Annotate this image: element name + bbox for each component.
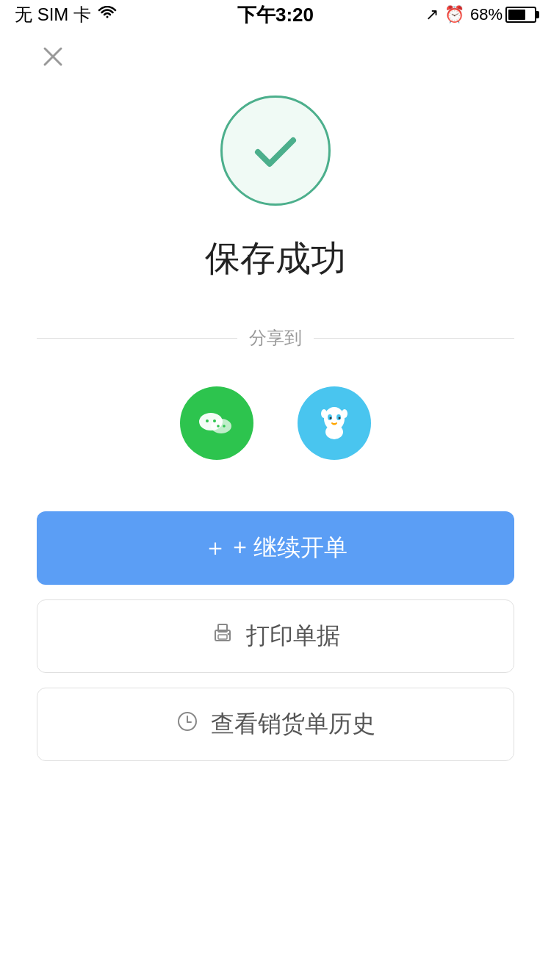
battery-fill (508, 10, 525, 20)
svg-point-11 (330, 417, 332, 419)
share-icons (180, 386, 371, 460)
wifi-icon (97, 4, 118, 25)
status-time: 下午3:20 (237, 2, 314, 28)
qq-icon (312, 401, 356, 445)
checkmark-icon (246, 121, 305, 180)
status-right: ↗ ⏰ 68% (425, 5, 536, 24)
print-icon (211, 621, 234, 651)
history-label: 查看销货单历史 (211, 708, 375, 741)
svg-point-14 (321, 409, 327, 418)
print-label: 打印单据 (246, 620, 340, 652)
svg-point-4 (206, 419, 209, 422)
continue-label: + 继续开单 (233, 532, 347, 564)
status-bar: 无 SIM 卡 下午3:20 ↗ ⏰ 68% (0, 0, 551, 29)
share-section: 分享到 (0, 326, 551, 350)
print-button[interactable]: 打印单据 (37, 599, 514, 673)
svg-point-19 (228, 633, 230, 635)
svg-point-9 (325, 425, 343, 439)
location-icon: ↗ (425, 5, 439, 24)
battery-box (505, 7, 536, 23)
battery-percent: 68% (470, 5, 503, 24)
main-content: 保存成功 分享到 (0, 29, 551, 761)
history-icon (176, 710, 199, 739)
svg-point-15 (342, 409, 347, 418)
success-circle (220, 96, 331, 206)
actions: ＋ + 继续开单 打印单据 查看销货单历史 (0, 511, 551, 761)
svg-point-6 (217, 425, 220, 428)
history-button[interactable]: 查看销货单历史 (37, 688, 514, 761)
alarm-icon: ⏰ (444, 5, 464, 24)
success-title: 保存成功 (205, 235, 346, 282)
continue-button[interactable]: ＋ + 继续开单 (37, 511, 514, 585)
svg-rect-18 (218, 635, 227, 639)
close-button[interactable] (37, 40, 69, 73)
carrier-label: 无 SIM 卡 (15, 3, 91, 26)
wechat-button[interactable] (180, 386, 253, 460)
plus-icon: ＋ (204, 532, 227, 564)
wechat-icon (195, 401, 239, 445)
battery: 68% (470, 5, 536, 24)
svg-point-7 (223, 425, 226, 428)
svg-point-13 (339, 417, 341, 419)
status-left: 无 SIM 卡 (15, 3, 118, 26)
svg-point-5 (213, 419, 216, 422)
share-label: 分享到 (237, 326, 314, 350)
qq-button[interactable] (298, 386, 371, 460)
